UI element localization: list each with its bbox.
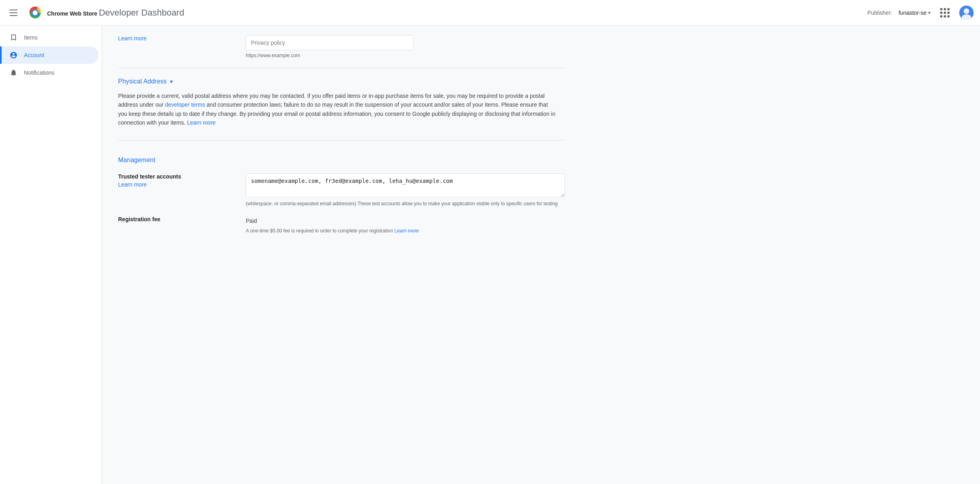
app-subtitle: Developer Dashboard — [99, 8, 184, 18]
registration-fee-row: Registration fee Paid A one-time $5.00 f… — [118, 216, 565, 234]
app-header: Chrome Web Store Developer Dashboard Pub… — [0, 0, 980, 26]
section-divider-1 — [118, 68, 565, 68]
sidebar-items-label: Items — [24, 34, 38, 41]
main-content: Learn more https://www.example.com Physi… — [102, 26, 980, 484]
bell-icon — [10, 69, 18, 77]
sidebar-item-notifications[interactable]: Notifications — [0, 64, 99, 81]
registration-fee-hint-text: A one-time $5.00 fee is required in orde… — [246, 228, 394, 234]
trusted-tester-label-col: Trusted tester accounts Learn more — [118, 173, 230, 188]
privacy-policy-input[interactable] — [246, 35, 413, 50]
trusted-tester-field-col: somename@example.com, fr3ed@example.com,… — [246, 173, 565, 206]
physical-address-title: Physical Address — [118, 78, 167, 85]
account-circle-icon — [10, 51, 18, 59]
svg-point-5 — [964, 8, 969, 14]
management-section: Management Trusted tester accounts Learn… — [118, 157, 565, 234]
sidebar-notifications-label: Notifications — [24, 69, 54, 76]
publisher-dropdown[interactable]: funastor-se ▾ — [899, 10, 931, 16]
publisher-name-text: funastor-se — [899, 10, 927, 16]
trusted-tester-row: Trusted tester accounts Learn more somen… — [118, 173, 565, 206]
registration-fee-label-col: Registration fee — [118, 216, 230, 224]
management-title: Management — [118, 157, 565, 164]
registration-fee-field-col: Paid A one-time $5.00 fee is required in… — [246, 216, 565, 234]
bookmark-icon — [10, 34, 18, 42]
chrome-logo-icon — [27, 5, 43, 21]
sidebar-item-account[interactable]: Account — [0, 46, 99, 64]
trusted-tester-textarea[interactable]: somename@example.com, fr3ed@example.com,… — [246, 173, 565, 197]
page-layout: Items Account Notifications — [0, 26, 980, 484]
physical-address-section: Physical Address ▾ Please provide a curr… — [118, 78, 565, 127]
privacy-policy-url-hint: https://www.example.com — [246, 53, 565, 58]
physical-address-chevron-icon: ▾ — [170, 78, 173, 85]
sidebar-item-items[interactable]: Items — [0, 29, 99, 46]
trusted-tester-learn-more-link[interactable]: Learn more — [118, 181, 147, 188]
header-left: Chrome Web Store Developer Dashboard — [6, 5, 867, 21]
trusted-tester-hint: (whitespace- or comma-separated email ad… — [246, 201, 565, 206]
apps-grid-icon[interactable] — [937, 5, 953, 21]
privacy-policy-label-col: Learn more — [118, 35, 230, 42]
privacy-policy-row: Learn more https://www.example.com — [118, 35, 565, 58]
header-right: Publisher: funastor-se ▾ — [867, 5, 974, 21]
trusted-tester-label: Trusted tester accounts — [118, 173, 230, 180]
registration-fee-label: Registration fee — [118, 216, 230, 222]
registration-fee-value: Paid — [246, 216, 565, 226]
section-divider-2 — [118, 140, 565, 141]
content-area: Learn more https://www.example.com Physi… — [102, 26, 581, 253]
app-title: Chrome Web Store Developer Dashboard — [47, 8, 184, 18]
user-avatar[interactable] — [959, 6, 974, 20]
physical-address-header[interactable]: Physical Address ▾ — [118, 78, 565, 85]
developer-terms-link[interactable]: developer terms — [165, 101, 205, 108]
sidebar: Items Account Notifications — [0, 26, 102, 484]
privacy-policy-field-col: https://www.example.com — [246, 35, 565, 58]
logo-container: Chrome Web Store Developer Dashboard — [27, 5, 184, 21]
physical-address-learn-more-link[interactable]: Learn more — [187, 119, 216, 126]
sidebar-account-label: Account — [24, 52, 44, 58]
hamburger-menu-icon[interactable] — [6, 6, 21, 19]
privacy-learn-more-link[interactable]: Learn more — [118, 35, 147, 42]
registration-fee-hint: A one-time $5.00 fee is required in orde… — [246, 228, 565, 234]
registration-fee-learn-more-link[interactable]: Learn more — [394, 228, 419, 234]
svg-point-3 — [33, 10, 38, 15]
publisher-label: Publisher: — [867, 10, 892, 16]
physical-address-description: Please provide a current, valid postal a… — [118, 91, 557, 127]
publisher-chevron-icon: ▾ — [928, 10, 931, 16]
